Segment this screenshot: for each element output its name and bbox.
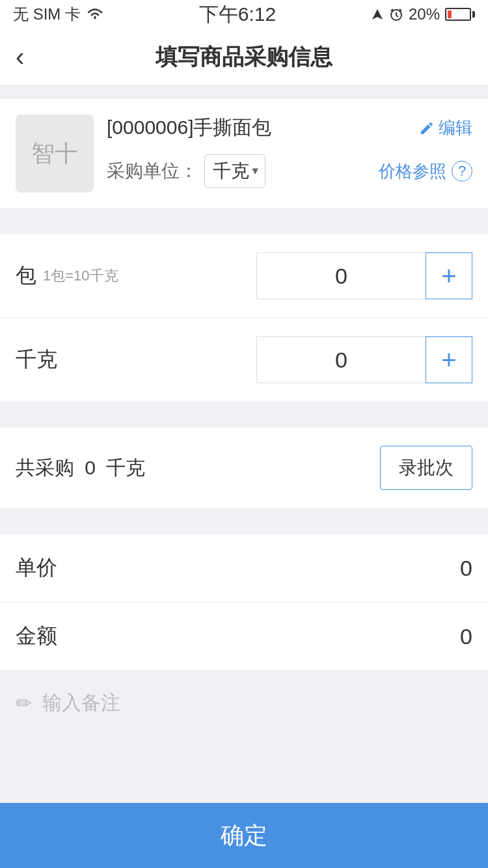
summary-text: 共采购 0 千克 bbox=[16, 455, 145, 481]
alarm-icon bbox=[389, 7, 403, 21]
amount-row: 金额 0 bbox=[0, 603, 488, 670]
separator-top bbox=[0, 86, 488, 99]
price-ref-question: ? bbox=[452, 161, 472, 182]
no-sim-text: 无 SIM 卡 bbox=[13, 4, 81, 25]
price-section: 单价 0 金额 0 bbox=[0, 534, 488, 670]
confirm-button[interactable]: 确定 bbox=[0, 803, 488, 868]
kg-input-row: 千克 + bbox=[0, 318, 488, 401]
confirm-button-text: 确定 bbox=[221, 820, 267, 852]
separator-1 bbox=[0, 208, 488, 221]
batch-button[interactable]: 录批次 bbox=[380, 446, 472, 490]
page-title: 填写商品采购信息 bbox=[156, 42, 332, 72]
kg-label: 千克 bbox=[16, 346, 57, 374]
amount-value: 0 bbox=[460, 624, 472, 649]
bag-label: 包 1包=10千克 bbox=[16, 262, 118, 290]
bag-quantity-input[interactable] bbox=[256, 252, 426, 299]
summary-section: 共采购 0 千克 录批次 bbox=[0, 427, 488, 508]
back-button[interactable]: ‹ bbox=[16, 42, 24, 72]
separator-3 bbox=[0, 508, 488, 521]
edit-icon bbox=[419, 120, 435, 136]
battery-percent: 20% bbox=[409, 5, 440, 23]
unit-label: 采购单位： bbox=[107, 159, 198, 183]
kg-label-text: 千克 bbox=[16, 346, 57, 374]
product-image: 智十 bbox=[16, 115, 94, 193]
wifi-icon bbox=[86, 8, 104, 21]
status-bar: 无 SIM 卡 下午6:12 20% bbox=[0, 0, 488, 29]
remark-placeholder: 输入备注 bbox=[42, 690, 120, 716]
product-name: [0000006]手撕面包 bbox=[107, 115, 271, 141]
product-info: [0000006]手撕面包 编辑 采购单位： 千克 价格参照 ? bbox=[107, 115, 472, 188]
summary-prefix: 共采购 bbox=[16, 457, 74, 478]
product-card: 智十 [0000006]手撕面包 编辑 采购单位： 千克 价格参照 ? bbox=[0, 99, 488, 208]
summary-row: 共采购 0 千克 录批次 bbox=[0, 427, 488, 508]
bag-label-text: 包 bbox=[16, 262, 36, 290]
bag-input-row: 包 1包=10千克 + bbox=[0, 234, 488, 318]
svg-line-2 bbox=[396, 16, 398, 17]
kg-input-right: + bbox=[256, 336, 472, 383]
price-ref-button[interactable]: 价格参照 ? bbox=[379, 160, 472, 183]
remark-section[interactable]: ✏ 输入备注 bbox=[0, 670, 488, 736]
pencil-icon: ✏ bbox=[16, 692, 32, 714]
unit-select-wrapper[interactable]: 千克 bbox=[204, 154, 265, 188]
summary-unit: 千克 bbox=[106, 457, 145, 478]
unit-select[interactable]: 千克 bbox=[204, 154, 265, 188]
input-section: 包 1包=10千克 + 千克 + bbox=[0, 234, 488, 401]
kg-quantity-input[interactable] bbox=[256, 336, 426, 383]
battery-icon bbox=[445, 8, 475, 21]
status-left: 无 SIM 卡 bbox=[13, 4, 104, 25]
bag-input-right: + bbox=[256, 252, 472, 299]
kg-plus-button[interactable]: + bbox=[426, 336, 472, 383]
product-logo-text: 智十 bbox=[31, 138, 78, 170]
edit-button[interactable]: 编辑 bbox=[419, 116, 472, 139]
price-ref-label: 价格参照 bbox=[379, 160, 446, 183]
unit-row: 采购单位： 千克 价格参照 ? bbox=[107, 154, 472, 188]
unit-price-value: 0 bbox=[460, 556, 472, 581]
separator-2 bbox=[0, 401, 488, 414]
bag-sub-text: 1包=10千克 bbox=[43, 266, 118, 286]
status-time: 下午6:12 bbox=[199, 1, 276, 28]
edit-label: 编辑 bbox=[439, 116, 472, 139]
nav-bar: ‹ 填写商品采购信息 bbox=[0, 29, 488, 86]
unit-price-row: 单价 0 bbox=[0, 534, 488, 603]
summary-value: 0 bbox=[85, 457, 96, 478]
bag-plus-button[interactable]: + bbox=[426, 252, 472, 299]
bottom-spacer bbox=[0, 736, 488, 814]
status-right: 20% bbox=[371, 5, 475, 23]
location-icon bbox=[371, 8, 384, 21]
amount-label: 金额 bbox=[16, 622, 57, 651]
unit-price-label: 单价 bbox=[16, 554, 57, 582]
product-name-row: [0000006]手撕面包 编辑 bbox=[107, 115, 472, 141]
